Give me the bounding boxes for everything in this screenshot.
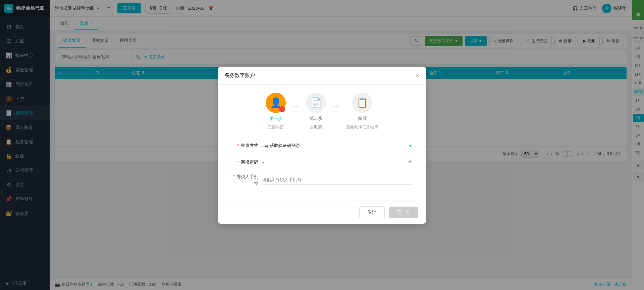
password-field: * 网报密码 👁: [231, 158, 413, 167]
password-label: * 网报密码: [231, 159, 258, 165]
step-3-icon: 📋: [352, 93, 372, 113]
step-arrow-2: →: [326, 105, 346, 106]
step-1-label: 第一步: [269, 116, 282, 122]
login-method-label: * 登录方式: [231, 143, 258, 149]
arrow-icon-2: →: [333, 102, 339, 110]
modal-body: 👤 ! 第一步 完善账密 → 📄 第二步 去取票: [218, 85, 426, 201]
step-2: 📄 第二步 去取票: [306, 93, 326, 130]
modal-overlay: 税务数字账户 × 👤 ! 第一步 完善账密 →: [0, 0, 644, 290]
modal-footer: 取消 下一步: [218, 201, 426, 224]
step-3: 📋 完成 查看具体任务结果: [346, 93, 378, 130]
phone-label: * 办税人手机号: [231, 174, 258, 186]
modal-title: 税务数字账户: [225, 72, 255, 79]
password-input[interactable]: [262, 158, 408, 167]
modal-tax-digital: 税务数字账户 × 👤 ! 第一步 完善账密 →: [218, 67, 426, 224]
modal-header: 税务数字账户 ×: [218, 67, 426, 85]
step-2-icon: 📄: [306, 93, 326, 113]
modal-close-btn[interactable]: ×: [416, 72, 419, 79]
steps: 👤 ! 第一步 完善账密 → 📄 第二步 去取票: [231, 93, 413, 130]
login-method-select[interactable]: app获取验证码登录 ▼: [262, 141, 413, 151]
phone-field: * 办税人手机号: [231, 174, 413, 186]
step-3-desc: 查看具体任务结果: [346, 124, 378, 130]
step-arrow-1: →: [286, 105, 306, 106]
cancel-button[interactable]: 取消: [359, 206, 385, 218]
login-method-value: app获取验证码登录: [262, 143, 300, 149]
password-input-wrapper: 👁: [262, 158, 413, 167]
step-1-icon: 👤 !: [266, 93, 286, 113]
step-2-label: 第二步: [310, 116, 323, 122]
select-chevron-icon: ▼: [408, 143, 413, 148]
step-1: 👤 ! 第一步 完善账密: [266, 93, 286, 130]
login-method-field: * 登录方式 app获取验证码登录 ▼: [231, 141, 413, 151]
step-1-badge: !: [279, 106, 285, 112]
arrow-icon-1: →: [292, 102, 299, 110]
eye-toggle-icon[interactable]: 👁: [408, 159, 413, 165]
step-1-desc: 完善账密: [268, 124, 284, 130]
step-3-label: 完成: [358, 116, 367, 122]
phone-input[interactable]: [262, 175, 413, 185]
next-button[interactable]: 下一步: [389, 207, 418, 218]
step-2-desc: 去取票: [310, 124, 322, 130]
